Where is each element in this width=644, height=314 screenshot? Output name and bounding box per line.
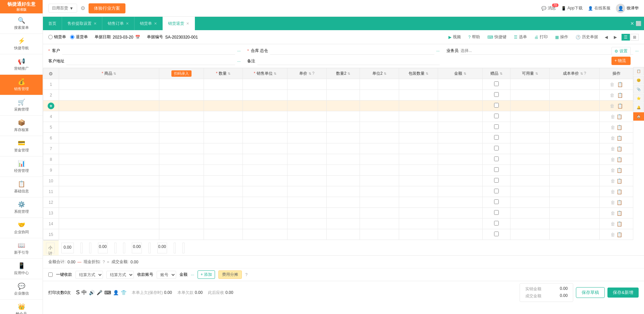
column-settings-icon[interactable]: ⚙ (49, 71, 53, 76)
right-btn-home[interactable]: 🏠 (633, 112, 644, 121)
tab-close-icon[interactable]: ✕ (94, 21, 97, 26)
unit2-sort-icon[interactable]: ⇅ (384, 72, 386, 75)
unit-cell[interactable] (243, 101, 287, 111)
pkg-cell[interactable] (399, 79, 438, 90)
gift-checkbox[interactable] (494, 103, 499, 108)
product-input-active[interactable] (60, 104, 158, 108)
video-button[interactable]: ▶ 视频 (446, 34, 463, 41)
fee-split-button[interactable]: 费用分摊 (218, 270, 242, 279)
right-btn-star[interactable]: ⭐ (633, 94, 644, 103)
cost-cell[interactable] (549, 79, 600, 90)
sidebar-item-quick-nav[interactable]: ⚡ 快捷导航 (0, 34, 43, 54)
gift-checkbox[interactable] (494, 124, 499, 129)
notes-input[interactable] (257, 57, 439, 65)
copy-row-icon[interactable]: 📋 (616, 178, 622, 184)
unit2-cell[interactable] (360, 79, 399, 90)
right-btn-attachment[interactable]: 📎 (633, 85, 644, 93)
cost-help-icon[interactable]: ? (584, 71, 586, 76)
right-btn-face[interactable]: 😊 (633, 76, 644, 84)
tab-sales-delivery[interactable]: 销货单 ✕ (135, 17, 163, 30)
radio-return[interactable]: 退货单 (70, 34, 88, 40)
copy-row-icon[interactable]: 📋 (616, 210, 622, 216)
help-button[interactable]: ? 帮助 (466, 34, 482, 41)
amount-cell[interactable] (438, 90, 483, 101)
delete-row-icon[interactable]: 🗑 (610, 221, 615, 227)
sidebar-item-marketing[interactable]: 📢 营销推广 (0, 54, 43, 75)
delete-row-icon[interactable]: 🗑 (610, 210, 615, 216)
calendar-icon[interactable]: 📅 (135, 35, 140, 40)
tab-close-icon[interactable]: ✕ (126, 21, 129, 26)
settings-form-button[interactable]: ⚙ 设置 (611, 47, 631, 55)
sales-radio[interactable] (48, 35, 53, 39)
sidebar-item-guide[interactable]: 📖 新手引导 (0, 238, 43, 259)
customer-input[interactable] (62, 47, 235, 55)
product-cell[interactable] (59, 79, 159, 90)
daily-goods-selector[interactable]: 日用百货 ▼ (48, 4, 77, 13)
gift-sort-icon[interactable]: ⇅ (500, 72, 502, 75)
salesperson-input[interactable] (461, 47, 633, 55)
sidebar-item-purchase[interactable]: 🛒 采购管理 (0, 95, 43, 116)
copy-row-icon[interactable]: 📋 (617, 103, 623, 109)
pkg-cell[interactable] (399, 90, 438, 101)
avail-cell[interactable] (511, 79, 549, 90)
unit-sort-icon[interactable]: ⇅ (274, 72, 276, 75)
sidebar-item-enterprise[interactable]: 🤝 企业协同 (0, 218, 43, 238)
next-record-button[interactable]: ▶ (612, 34, 618, 40)
add-payment-button[interactable]: + 添加 (198, 270, 215, 279)
history-button[interactable]: 🕐 历史单据 (574, 34, 600, 41)
prev-record-button[interactable]: ◀ (603, 34, 609, 40)
print-button[interactable]: 🖨 打印 (532, 34, 550, 41)
discount-help-icon[interactable]: ? (103, 260, 105, 264)
copy-row-icon[interactable]: 📋 (616, 189, 622, 194)
radio-sales[interactable]: 销货单 (48, 34, 66, 40)
sidebar-item-finance[interactable]: 💳 资金管理 (0, 136, 43, 156)
delete-row-icon[interactable]: 🗑 (610, 146, 615, 151)
right-btn-clipboard[interactable]: 📋 (633, 67, 644, 75)
amount-sort-icon[interactable]: ⇅ (464, 72, 466, 75)
list-view-button[interactable]: ☰ (622, 34, 630, 41)
product-cell-active[interactable] (59, 101, 159, 111)
price-sort-icon[interactable]: ⇅ (309, 72, 311, 75)
amount-picker-icon[interactable]: ··· (191, 272, 194, 277)
cost-sort-icon[interactable]: ⇅ (580, 72, 583, 75)
qty-cell[interactable] (204, 79, 243, 90)
sidebar-item-basic-info[interactable]: 📋 基础信息 (0, 177, 43, 197)
price-cell[interactable] (287, 90, 326, 101)
tab-price-setting[interactable]: 售价提取设置 ✕ (62, 17, 102, 30)
copy-row-icon[interactable]: 📋 (616, 114, 622, 119)
tab-close-icon[interactable]: ✕ (154, 21, 157, 26)
amount-cell[interactable] (438, 79, 483, 90)
sidebar-item-search-menu[interactable]: 🔍 搜索菜单 (0, 13, 43, 34)
copy-row-icon[interactable]: 📋 (616, 168, 622, 173)
restore-tab-button[interactable]: ⬜ (636, 21, 641, 26)
gift-checkbox[interactable] (494, 189, 499, 193)
qty2-cell[interactable] (326, 101, 360, 111)
user-info[interactable]: 👤 徐泽华 (616, 4, 639, 13)
unit2-cell[interactable] (360, 90, 399, 101)
scan-button[interactable]: 扫码录入 (171, 70, 192, 77)
gift-checkbox[interactable] (494, 178, 499, 183)
delete-row-icon[interactable]: 🗑 (610, 200, 615, 205)
warehouse-picker-icon[interactable]: ··· (436, 49, 440, 53)
sidebar-item-operations[interactable]: 📊 经营管理 (0, 156, 43, 177)
delete-row-icon[interactable]: 🗑 (610, 178, 615, 184)
pkg-cell[interactable] (399, 101, 438, 111)
copy-row-icon[interactable]: 📋 (617, 82, 623, 87)
price-help-icon[interactable]: ? (312, 71, 315, 76)
copy-row-icon[interactable]: 📋 (617, 92, 623, 98)
warehouse-input[interactable] (270, 47, 434, 55)
copy-row-icon[interactable]: 📋 (616, 221, 622, 227)
gift-checkbox[interactable] (494, 135, 499, 140)
customer-picker-icon[interactable]: ··· (237, 49, 240, 53)
delete-row-icon[interactable]: 🗑 (610, 103, 614, 109)
gift-checkbox[interactable] (494, 210, 499, 215)
qty-sort-icon[interactable]: ⇅ (228, 72, 230, 75)
unit-cell[interactable] (243, 90, 287, 101)
price-cell[interactable] (287, 79, 326, 90)
copy-row-icon[interactable]: 📋 (616, 125, 622, 130)
copy-row-icon[interactable]: 📋 (616, 200, 622, 205)
gift-checkbox[interactable] (494, 232, 499, 236)
delete-row-icon[interactable]: 🗑 (610, 82, 614, 87)
pkg-sort-icon[interactable]: ⇅ (426, 72, 428, 75)
tab-home[interactable]: 首页 (43, 17, 62, 30)
